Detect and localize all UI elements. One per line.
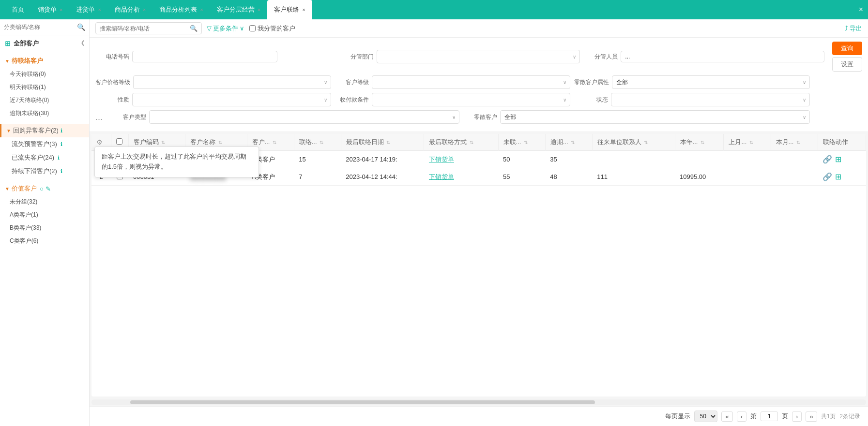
sidebar-search-input[interactable] <box>4 24 77 30</box>
filter-person-input[interactable] <box>621 51 824 62</box>
cell-last-method[interactable]: 下销货单 <box>424 151 498 168</box>
my-customers-checkbox[interactable] <box>249 25 256 31</box>
filter-customer-type-select-wrap: ∨ <box>149 110 459 124</box>
cell-not-contacted: 55 <box>498 168 545 186</box>
gear-icon[interactable]: ⚙ <box>96 138 103 146</box>
more-conditions-button[interactable]: ▽ 更多条件 ∨ <box>207 24 244 33</box>
filter-dept-select[interactable] <box>377 50 580 63</box>
sort-icon: ⇅ <box>700 140 704 145</box>
page-unit: 页 <box>782 412 788 421</box>
info-icon[interactable]: ℹ <box>58 155 60 161</box>
sidebar-item-declining[interactable]: 持续下滑客户(2) ℹ <box>0 164 89 178</box>
close-icon[interactable]: × <box>98 7 101 13</box>
filter-retail-attr-label: 零散客户属性 <box>574 78 609 87</box>
filter-pay-terms-select[interactable] <box>372 93 571 106</box>
sidebar-item-tomorrow[interactable]: 明天待联络(1) <box>0 81 89 94</box>
nav-tab-analysis-list[interactable]: 商品分析列表 × <box>152 0 210 19</box>
sidebar-item-c-class[interactable]: C类客户(6) <box>0 235 89 248</box>
nav-tab-customer-contact[interactable]: 客户联络 × <box>267 0 312 19</box>
circle-icon[interactable]: ○ <box>40 185 44 192</box>
filter-gender-select[interactable] <box>132 93 331 106</box>
query-button[interactable]: 查询 <box>832 42 862 55</box>
th-contact[interactable]: 联络... ⇅ <box>294 134 341 151</box>
sidebar-item-7days[interactable]: 近7天待联络(0) <box>0 94 89 107</box>
action-buttons: 查询 设置 <box>832 42 862 72</box>
sidebar-item-overdue[interactable]: 逾期未联络(30) <box>0 107 89 120</box>
chevron-down-icon: ▼ <box>5 59 10 64</box>
sort-icon: ⇅ <box>749 140 753 145</box>
sidebar-item-b-class[interactable]: B类客户(33) <box>0 221 89 235</box>
sidebar-group-pending-title[interactable]: ▼ 待联络客户 <box>0 54 89 68</box>
per-page-label: 每页显示 <box>665 412 690 421</box>
filter-price-level-select[interactable] <box>133 75 331 89</box>
cell-last-month <box>724 151 771 168</box>
info-icon[interactable]: ℹ <box>61 141 62 147</box>
info-icon[interactable]: ℹ <box>61 128 62 134</box>
next-page-button[interactable]: › <box>792 411 802 422</box>
more-action-icon[interactable]: ⊞ <box>835 172 841 181</box>
sidebar-item-a-class[interactable]: A类客户(1) <box>0 208 89 221</box>
prev-page-button[interactable]: ‹ <box>737 411 746 422</box>
nav-tab-sales[interactable]: 销货单 × <box>31 0 69 19</box>
last-page-button[interactable]: » <box>806 411 817 422</box>
more-action-icon[interactable]: ⊞ <box>835 155 841 164</box>
scrollbar-thumb[interactable] <box>130 400 595 404</box>
sidebar-search-icon[interactable]: 🔍 <box>77 23 85 31</box>
filter-level-select[interactable] <box>372 75 571 89</box>
page-input[interactable] <box>761 411 778 421</box>
nav-tab-customer-layer[interactable]: 客户分层经营 × <box>210 0 267 19</box>
nav-tab-purchase[interactable]: 进货单 × <box>69 0 107 19</box>
sidebar-group-abnormal-title[interactable]: ▼ 回购异常客户(2) ℹ <box>0 124 89 137</box>
th-unit-contact[interactable]: 往来单位联系人 ⇅ <box>592 134 675 151</box>
filter-customer-type-select[interactable] <box>149 110 459 124</box>
contact-icon[interactable]: 🔗 <box>822 172 832 181</box>
filter-pay-terms-select-wrap: ∨ <box>372 93 571 106</box>
edit-icon[interactable]: ✎ <box>46 185 51 192</box>
filter-retail-attr-select[interactable]: 全部 <box>612 75 810 89</box>
info-icon[interactable]: ℹ <box>61 168 62 174</box>
th-last-month[interactable]: 上月... ⇅ <box>724 134 771 151</box>
sidebar-collapse-button[interactable]: 《 <box>78 39 84 48</box>
settings-button[interactable]: 设置 <box>832 57 862 72</box>
nav-tab-analysis[interactable]: 商品分析 × <box>108 0 152 19</box>
close-icon[interactable]: × <box>302 7 305 13</box>
search-input[interactable] <box>100 25 188 32</box>
filter-dept-select-wrap: ∨ <box>377 50 580 63</box>
th-this-month[interactable]: 本月... ⇅ <box>771 134 818 151</box>
close-icon[interactable]: × <box>258 7 260 13</box>
close-icon[interactable]: × <box>60 7 62 13</box>
close-icon[interactable]: × <box>200 7 203 13</box>
sort-icon: ⇅ <box>320 140 323 145</box>
more-dots[interactable]: ... <box>95 112 103 122</box>
first-page-button[interactable]: « <box>721 411 732 422</box>
filter-phone-input[interactable] <box>132 51 277 62</box>
filter-retail: 零散客户 全部 ∨ <box>463 110 810 124</box>
contact-icon[interactable]: 🔗 <box>822 155 832 164</box>
per-page-select[interactable]: 50 <box>694 411 717 422</box>
cell-last-date: 2023-04-12 14:44: <box>341 168 424 186</box>
th-last-date[interactable]: 最后联络日期 ⇅ <box>341 134 424 151</box>
sidebar-item-today[interactable]: 今天待联络(0) <box>0 68 89 81</box>
th-last-method[interactable]: 最后联络方式 ⇅ <box>424 134 498 151</box>
th-overdue[interactable]: 逾期... ⇅ <box>545 134 592 151</box>
sidebar-item-loss-warning[interactable]: 流失预警客户(3) ℹ <box>0 137 89 151</box>
cell-last-method[interactable]: 下销货单 <box>424 168 498 186</box>
close-all-button[interactable]: × <box>859 5 863 14</box>
sort-icon: ⇅ <box>524 140 528 145</box>
filter-status-select[interactable] <box>611 93 810 106</box>
export-button[interactable]: ⤴ 导出 <box>845 24 862 33</box>
sidebar-item-ungrouped[interactable]: 未分组(32) <box>0 195 89 208</box>
close-icon[interactable]: × <box>143 7 146 13</box>
filter-gender: 性质 ∨ <box>95 93 331 106</box>
sidebar-item-lost[interactable]: 已流失客户(24) ℹ <box>0 151 89 164</box>
select-all-checkbox[interactable] <box>116 138 122 145</box>
sidebar-group-value-title[interactable]: ▼ 价值客户 ○ ✎ <box>0 182 89 195</box>
filter-retail-select[interactable]: 全部 <box>500 110 810 124</box>
horizontal-scrollbar[interactable] <box>91 399 866 405</box>
nav-tab-home[interactable]: 首页 <box>5 5 31 14</box>
total-records-label: 2条记录 <box>839 412 860 421</box>
th-not-contacted[interactable]: 未联... ⇅ <box>498 134 545 151</box>
th-this-year[interactable]: 本年... ⇅ <box>675 134 724 151</box>
search-icon[interactable]: 🔍 <box>190 25 198 32</box>
my-customers-filter[interactable]: 我分管的客户 <box>249 24 295 33</box>
